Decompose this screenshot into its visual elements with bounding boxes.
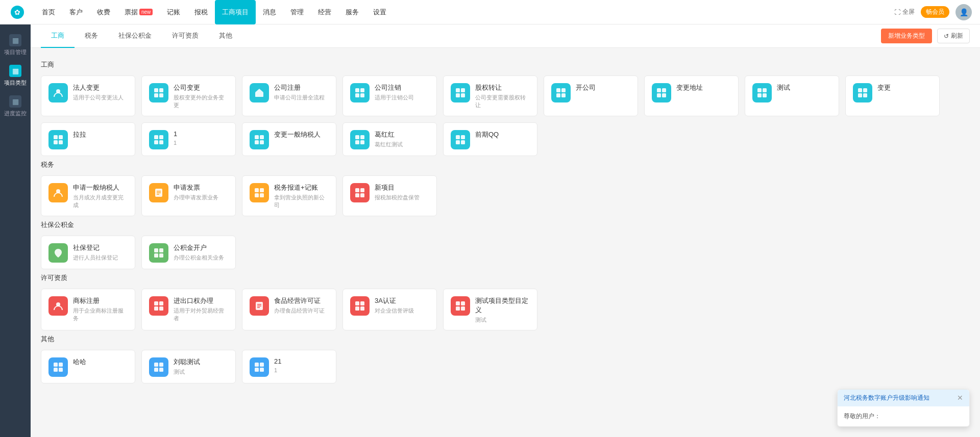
card-text: 进出口权办理适用于对外贸易经营者 [174, 296, 228, 323]
card-icon [149, 183, 168, 202]
sidebar-item-项目类型[interactable]: ▦项目类型 [0, 60, 31, 91]
svg-rect-38 [159, 135, 163, 139]
nav-item-收费[interactable]: 收费 [90, 0, 117, 24]
nav-badge: new [139, 9, 153, 15]
nav-item-首页[interactable]: 首页 [35, 0, 62, 24]
nav-item-票据[interactable]: 票据new [117, 0, 160, 24]
card-icon [149, 130, 168, 149]
card-title: 食品经营许可证 [274, 296, 325, 305]
card-社保登记[interactable]: 社保登记进行人员社保登记 [41, 236, 135, 269]
card-title: 测试 [777, 83, 790, 92]
avatar[interactable]: 👤 [955, 4, 972, 20]
nav-item-记账[interactable]: 记账 [160, 0, 187, 24]
card-icon [250, 83, 269, 102]
svg-rect-71 [154, 301, 158, 305]
card-葛红红[interactable]: 葛红红葛红红测试 [342, 122, 437, 156]
card-icon [350, 130, 370, 149]
svg-rect-80 [360, 301, 364, 305]
card-新项目[interactable]: 新项目报税加税控盘保管 [342, 175, 437, 216]
card-title: 变更一般纳税人 [274, 130, 321, 139]
card-测试项目类型目定义[interactable]: 测试项目类型目定义测试 [443, 289, 537, 330]
card-测试[interactable]: 测试 [745, 75, 839, 116]
card-公司变更[interactable]: 公司变更股权变更外的业务变更 [141, 75, 236, 116]
sidebar-item-项目管理[interactable]: ▦项目管理 [0, 30, 31, 60]
svg-rect-12 [360, 93, 364, 97]
svg-rect-61 [260, 193, 264, 197]
card-公司注销[interactable]: 公司注销适用于注销公司 [342, 75, 437, 116]
card-进出口权办理[interactable]: 进出口权办理适用于对外贸易经营者 [141, 289, 236, 330]
card-公积金开户[interactable]: 公积金开户办理公积金相关业务 [141, 236, 236, 269]
svg-rect-39 [154, 140, 158, 144]
top-navigation: ✿ 首页客户收费票据new记账报税工商项目消息管理经营服务设置 ⛶ 全屏 畅会员… [0, 0, 980, 24]
card-desc: 测试 [475, 316, 530, 324]
card-变更一般纳税人[interactable]: 变更一般纳税人 [242, 122, 336, 156]
card-股权转让[interactable]: 股权转让公司变更需要股权转让 [443, 75, 537, 116]
card-inner: 食品经营许可证办理食品经营许可证 [250, 296, 329, 316]
vip-button[interactable]: 畅会员 [921, 6, 949, 18]
refresh-icon: ↺ [944, 33, 949, 40]
card-食品经营许可证[interactable]: 食品经营许可证办理食品经营许可证 [242, 289, 336, 330]
app-logo[interactable]: ✿ [8, 3, 27, 21]
card-刘聪测试[interactable]: 刘聪测试测试 [141, 350, 236, 383]
nav-menu: 首页客户收费票据new记账报税工商项目消息管理经营服务设置 [35, 0, 894, 24]
nav-item-工商项目[interactable]: 工商项目 [215, 0, 256, 24]
card-变更[interactable]: 变更 [845, 75, 940, 116]
sub-tab-许可资质[interactable]: 许可资质 [162, 24, 209, 48]
nav-item-管理[interactable]: 管理 [283, 0, 311, 24]
svg-rect-25 [757, 88, 762, 92]
sidebar-item-进度监控[interactable]: ▦进度监控 [0, 91, 31, 121]
refresh-button[interactable]: ↺ 刷新 [937, 29, 970, 43]
card-text: 法人变更适用于公司变更法人 [73, 83, 124, 101]
nav-item-设置[interactable]: 设置 [366, 0, 394, 24]
card-21[interactable]: 211 [242, 350, 336, 383]
card-前期QQ[interactable]: 前期QQ [443, 122, 537, 156]
svg-rect-83 [456, 301, 460, 305]
svg-rect-58 [255, 188, 259, 192]
card-税务报道+记账[interactable]: 税务报道+记账拿到营业执照的新公司 [242, 175, 336, 216]
new-type-button[interactable]: 新增业务类型 [881, 29, 932, 43]
sub-tab-税务[interactable]: 税务 [75, 24, 108, 48]
card-title: 公司变更 [174, 83, 228, 92]
card-inner: 哈哈 [48, 357, 128, 377]
card-拉拉[interactable]: 拉拉 [41, 122, 135, 156]
card-3A认证[interactable]: 3A认证对企业信誉评级 [342, 289, 437, 330]
nav-item-经营[interactable]: 经营 [311, 0, 338, 24]
card-text: 公司注册申请公司注册全流程 [274, 83, 325, 101]
sub-tab-工商[interactable]: 工商 [41, 24, 75, 48]
card-商标注册[interactable]: 商标注册用于企业商标注册服务 [41, 289, 135, 330]
card-开公司[interactable]: 开公司 [544, 75, 638, 116]
card-申请一般纳税人[interactable]: 申请一般纳税人当月或次月成变更完成 [41, 175, 135, 216]
svg-rect-88 [59, 363, 63, 367]
card-desc: 适用于公司变更法人 [73, 94, 124, 101]
notification-close-button[interactable]: ✕ [957, 394, 963, 402]
card-icon [250, 183, 269, 202]
svg-rect-36 [59, 140, 63, 144]
nav-item-服务[interactable]: 服务 [338, 0, 366, 24]
svg-rect-30 [863, 88, 867, 92]
svg-rect-34 [59, 135, 63, 139]
svg-marker-8 [255, 89, 263, 92]
card-inner: 税务报道+记账拿到营业执照的新公司 [250, 183, 329, 210]
svg-rect-21 [657, 88, 661, 92]
card-desc: 公司变更需要股权转让 [475, 94, 530, 110]
card-icon [350, 296, 370, 316]
svg-rect-51 [456, 140, 460, 144]
card-1[interactable]: 11 [141, 122, 236, 156]
card-公司注册[interactable]: 公司注册申请公司注册全流程 [242, 75, 336, 116]
card-变更地址[interactable]: 变更地址 [644, 75, 739, 116]
svg-rect-26 [763, 88, 767, 92]
card-法人变更[interactable]: 法人变更适用于公司变更法人 [41, 75, 135, 116]
nav-item-报税[interactable]: 报税 [187, 0, 215, 24]
card-title: 开公司 [576, 83, 596, 92]
card-title: 社保登记 [73, 243, 118, 252]
sub-tab-社保公积金[interactable]: 社保公积金 [108, 24, 162, 48]
sub-tab-其他[interactable]: 其他 [209, 24, 242, 48]
card-icon [48, 83, 68, 102]
nav-item-消息[interactable]: 消息 [256, 0, 283, 24]
card-申请发票[interactable]: 申请发票办理申请发票业务 [141, 175, 236, 216]
svg-rect-66 [154, 248, 158, 252]
nav-item-客户[interactable]: 客户 [62, 0, 90, 24]
svg-rect-3 [154, 88, 158, 92]
fullscreen-button[interactable]: ⛶ 全屏 [894, 8, 915, 16]
card-哈哈[interactable]: 哈哈 [41, 350, 135, 383]
